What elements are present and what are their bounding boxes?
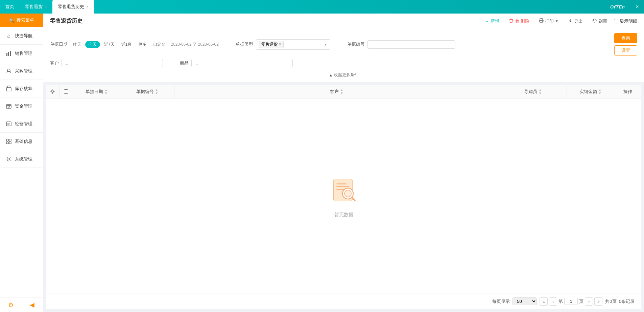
next-page-button[interactable]: › (585, 297, 593, 306)
th-amount[interactable]: 实销金额 ▲▼ (567, 85, 614, 98)
prev-page-button[interactable]: ‹ (549, 297, 557, 306)
th-customer[interactable]: 客户 ▲▼ (174, 85, 499, 98)
th-date-label: 单据日期 (86, 89, 103, 95)
sidebar-item-quick-nav-label: 快捷导航 (15, 33, 32, 39)
collapse-icon: ▲ (329, 73, 333, 77)
inventory-icon (5, 85, 12, 92)
sidebar-item-sales-label: 销售管理 (15, 50, 32, 57)
tab-home[interactable]: 首页 (0, 0, 20, 14)
sidebar-item-system-mgmt[interactable]: 系统管理 (0, 150, 43, 168)
th-checkbox[interactable] (59, 85, 73, 98)
collapse-button[interactable]: ▲ 收起更多条件 (329, 72, 359, 78)
goods-filter: 商品 ... (180, 59, 293, 67)
last-page-button[interactable]: » (594, 297, 602, 306)
th-amount-label: 实销金额 (579, 89, 597, 95)
doc-type-tag-close[interactable]: × (279, 42, 281, 47)
sales-icon (5, 50, 12, 57)
setting-button[interactable]: 设置 (614, 45, 637, 55)
doc-type-select[interactable]: 零售退货 × ▼ (256, 39, 330, 50)
tab-retail-return-close[interactable]: × (45, 4, 47, 9)
new-button[interactable]: ＋ 新增 (482, 17, 502, 26)
sidebar-item-basic-info[interactable]: 基础信息 (0, 133, 43, 150)
show-detail-checkbox[interactable] (614, 19, 618, 23)
filter-row-1: 单据日期 昨天 今天 近7天 近1月 更多 自定义 2023-06-02 至 2… (50, 33, 637, 55)
sidebar-item-operations[interactable]: 经营管理 (0, 115, 43, 133)
svg-rect-13 (540, 19, 543, 20)
svg-rect-4 (6, 88, 11, 91)
export-button[interactable]: 导出 (565, 17, 586, 26)
goods-input[interactable]: ... (191, 59, 293, 67)
customer-filter: 客户 ... (50, 59, 163, 67)
tab-retail-return-history-close[interactable]: × (86, 4, 89, 9)
query-button[interactable]: 查询 (614, 33, 637, 43)
delete-label: 🗑 删除 (515, 18, 529, 24)
doc-type-label: 单据类型 (236, 41, 253, 47)
page-navigation: « ‹ 第 页 › » (540, 297, 602, 306)
svg-rect-17 (336, 183, 347, 184)
sidebar-item-finance[interactable]: 资金管理 (0, 97, 43, 115)
first-page-button[interactable]: « (540, 297, 548, 306)
brand-label: OfTEn (610, 4, 625, 9)
tab-retail-return-history[interactable]: 零售退货历史 × (52, 0, 94, 14)
customer-input[interactable]: ... (62, 59, 163, 67)
svg-point-15 (52, 91, 54, 93)
print-arrow: ▼ (555, 19, 558, 23)
basic-info-icon (5, 138, 12, 145)
svg-point-21 (344, 190, 351, 197)
th-action-label: 操作 (623, 89, 632, 95)
sidebar-nav: ⌂ 快捷导航 销售管理 (0, 27, 43, 297)
sidebar-item-purchase-mgmt[interactable]: 采购管理 (0, 62, 43, 80)
finance-icon (5, 103, 12, 110)
doc-code-input[interactable] (367, 40, 455, 49)
svg-rect-2 (10, 51, 11, 56)
home-icon: ⌂ (5, 32, 12, 39)
pagination: 每页显示 50 20 100 « ‹ 第 页 › » 共0页, 0条记录 (46, 293, 641, 309)
sidebar-item-sales-mgmt[interactable]: 销售管理 (0, 45, 43, 62)
th-date[interactable]: 单据日期 ▲▼ (73, 85, 120, 98)
sort-guide-icon: ▲▼ (539, 88, 542, 95)
refresh-button[interactable]: 刷新 (590, 17, 610, 26)
toolbar: ＋ 新增 🗑 删除 (482, 17, 637, 26)
tab-retail-return[interactable]: 零售退货 × (20, 0, 52, 14)
select-all-checkbox[interactable] (64, 89, 68, 94)
sidebar-item-basic-label: 基础信息 (15, 138, 32, 144)
system-icon (5, 156, 12, 162)
settings-bottom-icon[interactable]: ⚙ (5, 299, 16, 310)
page-size-label: 每页显示 (492, 298, 510, 305)
customer-placeholder: ... (65, 61, 68, 66)
date-btn-today[interactable]: 今天 (85, 41, 100, 48)
svg-rect-14 (540, 21, 543, 22)
export-label: 导出 (574, 18, 583, 24)
main-layout: 🔍 搜索菜单 ⌂ 快捷导航 销售管理 (0, 14, 644, 312)
svg-rect-18 (336, 186, 349, 187)
top-bar: 首页 零售退货 × 零售退货历史 × OfTEn × (0, 0, 644, 14)
th-settings[interactable] (46, 85, 59, 98)
date-btn-more[interactable]: 更多 (136, 41, 149, 48)
refresh-label: 刷新 (598, 18, 607, 24)
date-label: 单据日期 (50, 41, 68, 47)
collapse-sidebar-icon[interactable]: ◀ (27, 299, 38, 310)
new-icon: ＋ (485, 18, 489, 24)
print-label: 打印 (545, 18, 554, 24)
page-size-select[interactable]: 50 20 100 (512, 297, 537, 305)
date-btn-1month[interactable]: 近1月 (119, 41, 135, 48)
th-code[interactable]: 单据编号 ▲▼ (120, 85, 174, 98)
date-btn-7days[interactable]: 近7天 (101, 41, 117, 48)
total-label: 共0页, 0条记录 (605, 298, 635, 305)
sidebar-search[interactable]: 🔍 搜索菜单 (0, 14, 43, 27)
empty-state-icon (327, 174, 361, 208)
action-buttons: 查询 设置 (614, 33, 637, 55)
tab-list: 首页 零售退货 × 零售退货历史 × (0, 0, 610, 14)
print-button[interactable]: 打印 ▼ (536, 17, 561, 26)
table-area: 单据日期 ▲▼ 单据编号 ▲▼ 客户 ▲▼ 导购员 ▲▼ 实销金额 ▲▼ (46, 85, 641, 309)
show-detail-checkbox-label[interactable]: 显示明细 (614, 18, 637, 24)
delete-button[interactable]: 🗑 删除 (506, 17, 532, 26)
sidebar-item-quick-nav[interactable]: ⌂ 快捷导航 (0, 27, 43, 45)
date-btn-yesterday[interactable]: 昨天 (70, 41, 84, 48)
doc-type-arrow: ▼ (324, 43, 327, 46)
sidebar-item-inventory[interactable]: 库存核算 (0, 80, 43, 97)
date-btn-custom[interactable]: 自定义 (150, 41, 168, 48)
page-number-input[interactable] (564, 298, 578, 305)
th-guide[interactable]: 导购员 ▲▼ (499, 85, 567, 98)
window-close-button[interactable]: × (630, 0, 644, 14)
